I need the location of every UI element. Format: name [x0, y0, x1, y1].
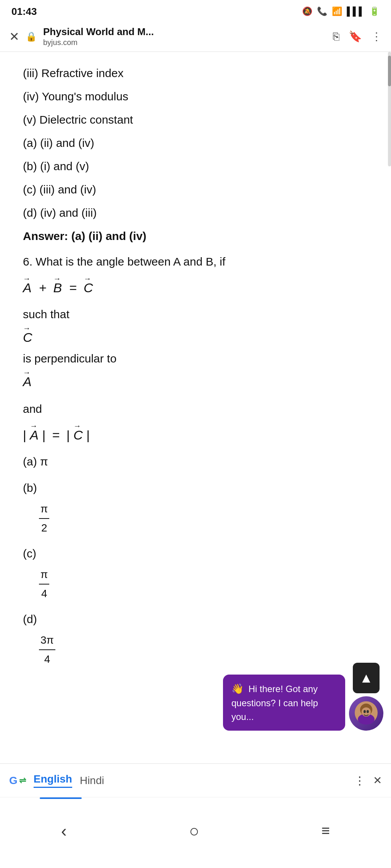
nav-bar: ‹ ○ ≡: [0, 797, 391, 868]
fraction-3pi-4: 3π 4: [39, 631, 55, 668]
recents-button[interactable]: ≡: [322, 823, 330, 839]
vector-b: B→: [53, 278, 62, 298]
q6-option-b: (b) π 2: [23, 478, 368, 537]
q6-option-b-fraction: π 2: [38, 500, 368, 537]
perpendicular-to: is perpendicular to: [23, 349, 368, 368]
battery-icon: 🔋: [369, 6, 380, 16]
tab-english[interactable]: English: [34, 773, 72, 788]
fraction-pi-2: π 2: [39, 500, 49, 537]
svg-point-5: [367, 710, 369, 713]
fraction-numerator: 3π: [39, 631, 55, 650]
status-bar: 01:43 🔕 📞 📶 ▌▌▌ 🔋: [0, 0, 391, 21]
chat-widget[interactable]: 👋 Hi there! Got any questions? I can hel…: [223, 663, 383, 731]
notification-icon: 🔕: [302, 6, 312, 16]
fraction-numerator: π: [39, 565, 49, 585]
translation-more-button[interactable]: ⋮: [354, 774, 365, 787]
translate-icon: ⇌: [19, 776, 26, 786]
call-icon: 📞: [317, 6, 327, 16]
list-item-v: (v) Dielectric constant: [23, 110, 368, 129]
home-button[interactable]: ○: [189, 821, 199, 841]
tab-hindi[interactable]: Hindi: [80, 775, 104, 787]
q6-option-a-label: (a) π: [23, 455, 48, 468]
browser-bar: ✕ 🔒 Physical World and M... byjus.com ⎘ …: [0, 21, 391, 52]
equals-sign: =: [69, 280, 77, 295]
and-text: and: [23, 399, 368, 419]
fraction-denominator: 4: [43, 650, 52, 668]
wifi-icon: 📶: [332, 6, 342, 16]
answer-text: (a) (ii) and (iv): [68, 230, 146, 242]
math-equation: A→ + B→ = C→: [23, 278, 368, 298]
such-that: such that: [23, 304, 368, 324]
chat-bubble[interactable]: 👋 Hi there! Got any questions? I can hel…: [223, 675, 345, 731]
scrollbar[interactable]: [388, 52, 391, 166]
q6-option-d: (d) 3π 4: [23, 609, 368, 668]
translation-bar: G ⇌ English Hindi ⋮ ✕: [0, 763, 391, 797]
browser-title-block: Physical World and M... byjus.com: [43, 26, 327, 47]
answer-label: Answer:: [23, 230, 68, 242]
option-a: (a) (ii) and (iv): [23, 133, 368, 153]
arrow-up-icon: ▲: [359, 670, 373, 686]
list-item-iii: (iii) Refractive index: [23, 63, 368, 83]
list-item-iv: (iv) Young's modulus: [23, 87, 368, 106]
google-translate-logo: G ⇌: [9, 775, 26, 787]
more-options-icon[interactable]: ⋮: [371, 30, 382, 43]
option-c: (c) (iii) and (iv): [23, 180, 368, 199]
main-content: (iii) Refractive index (iv) Young's modu…: [0, 52, 391, 683]
chat-bubble-text: Hi there! Got any questions? I can help …: [231, 684, 318, 722]
svg-point-4: [364, 710, 366, 713]
option-d: (d) (iv) and (iii): [23, 203, 368, 222]
q6-option-a: (a) π: [23, 452, 368, 471]
share-icon[interactable]: ⎘: [333, 31, 339, 43]
fraction-pi-4: π 4: [39, 565, 49, 602]
q6-option-c-label: (c): [23, 544, 368, 563]
lock-icon: 🔒: [26, 31, 37, 42]
vector-a-label: A→: [23, 372, 368, 391]
vector-c: C→: [84, 278, 93, 298]
vector-a: A→: [23, 278, 32, 298]
fraction-denominator: 2: [40, 519, 49, 537]
status-time: 01:43: [11, 6, 37, 18]
q6-option-c: (c) π 4: [23, 544, 368, 602]
page-url: byjus.com: [43, 38, 327, 47]
fraction-denominator: 4: [40, 585, 49, 603]
answer-line: Answer: (a) (ii) and (iv): [23, 226, 368, 246]
nav-buttons: ‹ ○ ≡: [0, 821, 391, 841]
q6-option-d-label: (d): [23, 609, 368, 629]
fraction-numerator: π: [39, 500, 49, 519]
page-title: Physical World and M...: [43, 26, 327, 38]
svg-point-3: [362, 707, 371, 717]
option-b: (b) (i) and (v): [23, 156, 368, 176]
browser-actions: ⎘ 🔖 ⋮: [333, 30, 382, 43]
q6-option-c-fraction: π 4: [38, 565, 368, 602]
back-button[interactable]: ‹: [61, 821, 67, 841]
vector-c-label: C→: [23, 328, 368, 347]
scroll-thumb[interactable]: [388, 56, 391, 86]
close-tab-button[interactable]: ✕: [9, 29, 19, 44]
signal-icon: ▌▌▌: [347, 6, 365, 16]
wave-icon: 👋: [231, 683, 244, 694]
active-tab-indicator: [40, 797, 82, 799]
magnitude-equation: | A→ | = | C→ |: [23, 425, 368, 445]
avatar-image: [351, 698, 381, 729]
chat-scroll-up-button[interactable]: ▲: [353, 663, 380, 693]
plus-sign: +: [39, 280, 47, 295]
chat-avatar[interactable]: [349, 696, 383, 731]
status-icons: 🔕 📞 📶 ▌▌▌ 🔋: [302, 6, 380, 16]
google-g-icon: G: [9, 775, 18, 787]
q6-title: 6. What is the angle between A and B, if: [23, 252, 368, 271]
q6-option-b-label: (b): [23, 478, 368, 498]
bookmark-icon[interactable]: 🔖: [349, 30, 362, 43]
chat-controls: ▲: [349, 663, 383, 731]
translation-close-button[interactable]: ✕: [373, 774, 382, 787]
